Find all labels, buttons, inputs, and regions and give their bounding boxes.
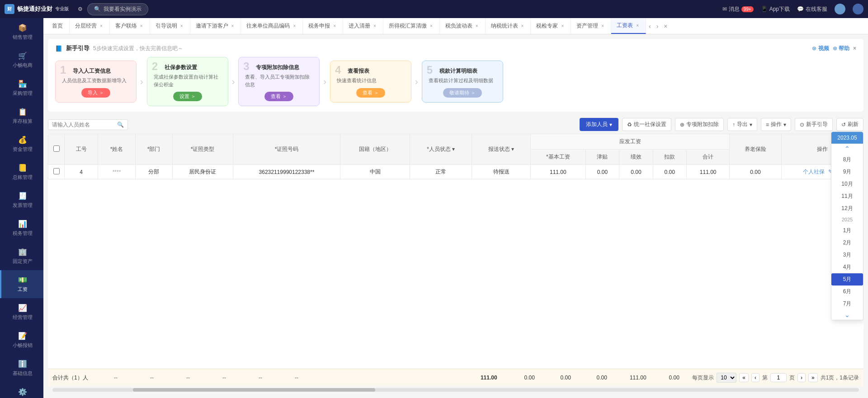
sidebar-item-invoice[interactable]: 🧾 发票管理 — [0, 186, 43, 214]
person-search-input[interactable] — [52, 122, 115, 128]
sidebar-item-purchase[interactable]: 🏪 采购管理 — [0, 74, 43, 102]
tab-tax-calc[interactable]: 所得税汇算清缴 × — [383, 19, 440, 34]
app-download-action[interactable]: 📱 App下载 — [761, 5, 790, 13]
message-action[interactable]: ✉ 消息 99+ — [722, 5, 754, 13]
export-btn[interactable]: ↑ 导出 ▾ — [727, 118, 757, 131]
guide-step4-btn[interactable]: 查看 ＞ — [356, 88, 385, 98]
guide-step5-btn[interactable]: 敬请期待 ＞ — [443, 88, 482, 98]
close-goods-btn[interactable]: × — [292, 23, 297, 29]
scroll-thumb[interactable] — [133, 388, 375, 392]
guide-help-btn[interactable]: ⊙ 帮助 — [833, 45, 849, 52]
close-expert-btn[interactable]: × — [560, 23, 565, 29]
month-item-1[interactable]: 1月 — [831, 225, 863, 237]
sidebar-item-sales[interactable]: 📦 销售管理 — [0, 18, 43, 46]
close-taxstat-btn[interactable]: × — [520, 23, 525, 29]
month-item-9[interactable]: 9月 — [831, 166, 863, 178]
sidebar-item-ecommerce[interactable]: 🛒 小畅电商 — [0, 46, 43, 74]
tab-tax-expert[interactable]: 税检专家 × — [531, 19, 571, 34]
close-taxred-btn[interactable]: × — [474, 23, 480, 29]
close-guide-btn[interactable]: × — [179, 23, 184, 29]
settings-icon[interactable]: ⚙ — [78, 6, 83, 12]
month-item-7[interactable]: 7月 — [831, 298, 863, 310]
sidebar-item-report[interactable]: 📝 小畅报销 — [0, 326, 43, 354]
tab-home[interactable]: 首页 — [46, 19, 70, 34]
guide-actions: ⊙ 视频 ⊙ 帮助 × — [812, 45, 856, 52]
guide-video-btn[interactable]: ⊙ 视频 — [812, 45, 829, 52]
close-taxcalc-btn[interactable]: × — [429, 23, 434, 29]
month-item-3[interactable]: 3月 — [831, 249, 863, 261]
month-item-11[interactable]: 11月 — [831, 190, 863, 202]
sidebar-item-tax[interactable]: 📊 税务管理 — [0, 214, 43, 242]
refresh-btn[interactable]: ↺ 刷新 — [836, 118, 863, 131]
prev-page-btn[interactable]: ‹ — [751, 373, 760, 382]
tab-close-all-btn[interactable]: × — [661, 23, 670, 30]
month-nav-down-btn[interactable]: ⌄ — [831, 310, 863, 320]
tab-customer[interactable]: 客户联络 × — [110, 19, 150, 34]
status-filter-icon[interactable]: ▾ — [452, 146, 455, 152]
user-avatar[interactable] — [835, 4, 845, 14]
sidebar-item-system[interactable]: ⚙️ 系统管理 — [0, 382, 43, 398]
demo-search-box[interactable]: 🔍 我要看实例演示 — [87, 3, 148, 15]
guide-step2-btn[interactable]: 设置 ＞ — [173, 92, 202, 101]
tab-clearance[interactable]: 进入清册 × — [343, 19, 383, 34]
tab-prev-btn[interactable]: ‹ — [646, 23, 654, 30]
first-page-btn[interactable]: « — [739, 373, 749, 382]
month-item-8[interactable]: 8月 — [831, 154, 863, 166]
tab-salary[interactable]: 工资表 × — [611, 19, 646, 34]
report-filter-icon[interactable]: ▾ — [511, 146, 514, 152]
tab-tax-reduction[interactable]: 税负波动表 × — [440, 19, 486, 34]
guide-close-btn[interactable]: × — [853, 45, 856, 52]
close-salary-btn[interactable]: × — [635, 23, 640, 28]
select-all-checkbox[interactable] — [53, 145, 60, 152]
new-guide-btn[interactable]: ⊙ 新手引导 — [795, 118, 833, 131]
month-item-10[interactable]: 10月 — [831, 178, 863, 190]
next-page-btn[interactable]: › — [797, 373, 806, 382]
sidebar-label-ecommerce: 小畅电商 — [13, 62, 33, 69]
page-label: 第 — [762, 374, 768, 382]
sidebar-item-finance[interactable]: 💰 资金管理 — [0, 130, 43, 158]
user-avatar-2[interactable] — [853, 4, 863, 14]
last-page-btn[interactable]: » — [808, 373, 818, 382]
month-item-6[interactable]: 6月 — [831, 286, 863, 298]
personal-insurance-link[interactable]: 个人社保 — [803, 169, 825, 175]
sidebar-item-ledger[interactable]: 📒 总账管理 — [0, 158, 43, 186]
tab-tax-stat[interactable]: 纳税统计表 × — [486, 19, 531, 34]
sidebar-item-inventory[interactable]: 📋 库存核算 — [0, 102, 43, 130]
close-partition-btn[interactable]: × — [99, 23, 104, 29]
close-clearance-btn[interactable]: × — [372, 23, 377, 29]
sidebar-item-fixed[interactable]: 🏢 固定资产 — [0, 242, 43, 270]
guide-step1-btn[interactable]: 导入 ＞ — [81, 88, 110, 98]
close-customer-btn[interactable]: × — [139, 23, 144, 29]
close-invite-btn[interactable]: × — [230, 23, 236, 29]
app-download-label: App下载 — [769, 5, 790, 13]
sidebar-item-basic[interactable]: ℹ️ 基础信息 — [0, 354, 43, 382]
month-item-4[interactable]: 4月 — [831, 261, 863, 273]
main-table-area: 🔍 添加人员 ▾ ♻ 统一社保设置 — [48, 115, 863, 393]
search-icon[interactable]: 🔍 — [117, 122, 124, 128]
close-tax-btn[interactable]: × — [332, 23, 337, 29]
page-input[interactable] — [770, 373, 787, 382]
special-deduction-btn[interactable]: ⊕ 专项附加扣除 — [675, 118, 724, 131]
tab-next-btn[interactable]: › — [654, 23, 661, 30]
tab-tax-declare[interactable]: 税务申报 × — [303, 19, 343, 34]
month-nav-up-btn[interactable]: ⌃ — [831, 144, 863, 154]
operation-btn[interactable]: ≡ 操作 ▾ — [761, 118, 791, 131]
sidebar-item-salary[interactable]: 💵 工资 — [0, 270, 43, 298]
add-person-btn[interactable]: 添加人员 ▾ — [580, 118, 618, 131]
tab-goods-code[interactable]: 往来单位商品编码 × — [241, 19, 303, 34]
online-service-action[interactable]: 💬 在线客服 — [797, 5, 827, 13]
tab-invite[interactable]: 邀请下游客户 × — [190, 19, 241, 34]
guide-step3-btn[interactable]: 查看 ＞ — [264, 92, 293, 101]
tab-partition[interactable]: 分层经营 × — [70, 19, 110, 34]
tab-guide-explain[interactable]: 引导说明 × — [150, 19, 190, 34]
close-assets-btn[interactable]: × — [600, 23, 605, 29]
scroll-bar[interactable] — [52, 388, 859, 392]
row-checkbox[interactable] — [53, 168, 60, 174]
month-item-5[interactable]: 5月 — [831, 273, 863, 286]
tab-assets[interactable]: 资产管理 × — [571, 19, 611, 34]
month-item-2[interactable]: 2月 — [831, 237, 863, 249]
month-item-12[interactable]: 12月 — [831, 202, 863, 215]
per-page-select[interactable]: 10 20 50 — [717, 373, 736, 383]
social-insurance-btn[interactable]: ♻ 统一社保设置 — [622, 118, 671, 131]
sidebar-item-operation[interactable]: 📈 经营管理 — [0, 298, 43, 326]
